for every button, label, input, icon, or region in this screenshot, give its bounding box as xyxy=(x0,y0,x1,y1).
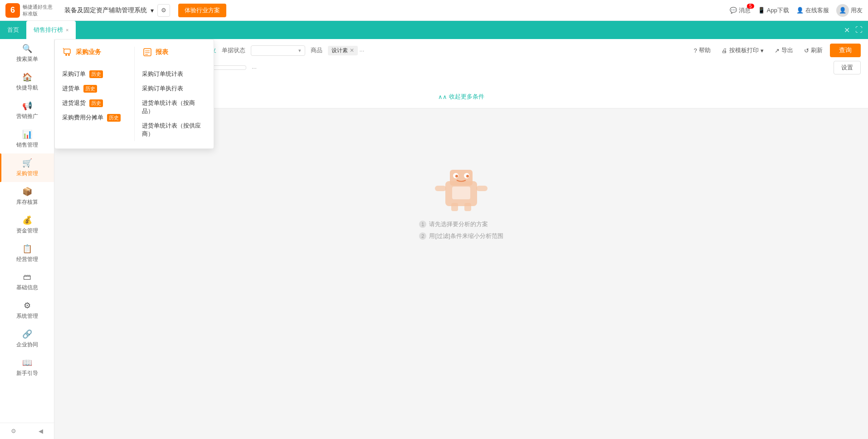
history-badge-0: 历史 xyxy=(89,70,103,78)
sidebar-item-marketing[interactable]: 📢 营销推广 xyxy=(0,96,54,125)
phone-icon: 📱 xyxy=(758,7,765,14)
refresh-icon: ↺ xyxy=(804,47,809,54)
print-dropdown-icon: ▾ xyxy=(761,47,764,54)
svg-rect-10 xyxy=(452,187,470,199)
operation-icon: 📋 xyxy=(22,244,32,254)
settings-btn[interactable]: ⚙ xyxy=(157,4,170,17)
sidebar-item-quick[interactable]: 🏠 快捷导航 xyxy=(0,68,54,96)
sidebar-item-finance[interactable]: 💰 资金管理 xyxy=(0,211,54,239)
history-badge-1: 历史 xyxy=(83,85,97,93)
logo-icon: 6 xyxy=(5,3,20,18)
menu-item-incoming-stats-supplier[interactable]: 进货单统计表（按供应商） xyxy=(142,118,207,141)
online-service-btn[interactable]: 👤 在线客服 xyxy=(796,6,829,15)
tab-bar-actions: ✕ ⛶ xyxy=(844,26,868,35)
system-icon: ⚙ xyxy=(24,301,31,311)
title-dropdown-arrow[interactable]: ▾ xyxy=(151,7,154,14)
print-btn[interactable]: 🖨 按模板打印 ▾ xyxy=(718,44,767,56)
sidebar-collapse-icon[interactable]: ◀ xyxy=(39,428,43,434)
help-btn[interactable]: ? 帮助 xyxy=(690,44,714,56)
refresh-btn[interactable]: ↺ 刷新 xyxy=(800,44,826,56)
user-btn[interactable]: 👤 用友 xyxy=(836,4,863,17)
status-label: 单据状态 xyxy=(222,46,245,54)
export-icon: ↗ xyxy=(775,47,780,54)
msg-btn[interactable]: 💬 消息 5 xyxy=(730,6,751,15)
svg-point-4 xyxy=(455,175,458,178)
inventory-icon: 📦 xyxy=(22,187,32,197)
salesman-more[interactable]: ··· xyxy=(252,64,257,71)
industry-btn[interactable]: 体验行业方案 xyxy=(178,4,226,17)
history-badge-3: 历史 xyxy=(107,114,121,122)
menu-item-order-stats[interactable]: 采购订单统计表 xyxy=(142,67,207,81)
tab-close-btn[interactable]: ✕ xyxy=(844,26,850,35)
goods-tag: 设计素 ✕ xyxy=(328,46,358,55)
sidebar-item-search[interactable]: 🔍 搜索菜单 xyxy=(0,39,54,68)
logo-area: 6 畅捷通好生意 标准版 xyxy=(5,3,60,18)
dropdown-col-report: 报表 采购订单统计表 采购订单执行表 进货单统计表（按商品） 进货单统计表（按供… xyxy=(134,47,214,141)
sidebar-item-newbie[interactable]: 📖 新手引导 xyxy=(0,353,54,382)
sidebar-item-basic[interactable]: 🗃 基础信息 xyxy=(0,268,54,296)
logo-text: 畅捷通好生意 标准版 xyxy=(23,4,53,17)
svg-rect-6 xyxy=(435,186,446,191)
sidebar-bottom: ⚙ ◀ xyxy=(0,423,54,439)
export-btn[interactable]: ↗ 导出 xyxy=(771,44,797,56)
tab-bar: 首页 销售排行榜 × ✕ ⛶ xyxy=(0,21,868,39)
empty-illustration xyxy=(429,163,493,213)
query-btn[interactable]: 查询 xyxy=(830,44,861,57)
basic-icon: 🗃 xyxy=(23,272,31,282)
tab-close-icon[interactable]: × xyxy=(66,27,68,33)
empty-svg xyxy=(429,163,493,213)
newbie-icon: 📖 xyxy=(22,358,32,368)
home-icon: 🏠 xyxy=(22,72,32,82)
menu-item-incoming-stats-goods[interactable]: 进货单统计表（按商品） xyxy=(142,96,207,118)
svg-point-13 xyxy=(68,54,70,56)
menu-item-purchase-order[interactable]: 采购订单 历史 xyxy=(62,67,127,81)
toolbar-right: ? 帮助 🖨 按模板打印 ▾ ↗ 导出 ↺ 刷新 xyxy=(690,44,861,57)
header-right: 💬 消息 5 📱 App下载 👤 在线客服 👤 用友 xyxy=(730,4,863,17)
step1-num: 1 xyxy=(419,221,426,228)
tab-expand-btn[interactable]: ⛶ xyxy=(855,26,863,34)
sidebar-item-sales[interactable]: 📊 销售管理 xyxy=(0,125,54,153)
menu-item-return[interactable]: 进货退货 历史 xyxy=(62,96,127,110)
menu-item-order-exec[interactable]: 采购订单执行表 xyxy=(142,81,207,96)
marketing-icon: 📢 xyxy=(22,101,32,111)
col2-header-text: 报表 xyxy=(156,48,168,56)
content-area: 制单日期 2024-01-01 ~ 2024-12-31 近7天 更多 自定义 … xyxy=(54,39,868,439)
sidebar-item-purchase[interactable]: 🛒 采购管理 xyxy=(0,153,54,182)
menu-item-incoming[interactable]: 进货单 历史 xyxy=(62,81,127,96)
dropdown-col1-header: 采购业务 xyxy=(62,47,127,61)
dropdown-col2-header: 报表 xyxy=(142,47,207,61)
set-btn-container: 设置 xyxy=(834,61,861,74)
sidebar-item-inventory[interactable]: 📦 库存核算 xyxy=(0,182,54,211)
sidebar: 🔍 搜索菜单 🏠 快捷导航 📢 营销推广 📊 销售管理 🛒 采购管理 📦 库存核… xyxy=(0,39,54,439)
avatar: 👤 xyxy=(836,4,849,17)
sidebar-item-operation[interactable]: 📋 经营管理 xyxy=(0,239,54,268)
msg-badge: 5 xyxy=(747,4,754,9)
goods-more[interactable]: ··· xyxy=(360,47,365,54)
svg-rect-11 xyxy=(64,49,70,54)
purchase-col-icon xyxy=(62,47,73,58)
status-dropdown-icon: ▾ xyxy=(298,48,301,54)
goods-tag-close[interactable]: ✕ xyxy=(350,47,354,54)
status-select[interactable]: ▾ xyxy=(251,45,305,56)
svg-point-5 xyxy=(466,175,469,178)
dropdown-col-purchase: 采购业务 采购订单 历史 进货单 历史 进货退货 历史 采购费用分摊单 历史 xyxy=(55,47,134,141)
msg-icon: 💬 xyxy=(730,7,737,14)
finance-icon: 💰 xyxy=(22,215,32,225)
sidebar-settings-icon[interactable]: ⚙ xyxy=(11,428,16,434)
step2-num: 2 xyxy=(419,232,426,240)
svg-rect-1 xyxy=(450,170,473,186)
svg-point-12 xyxy=(65,54,67,56)
tab-home[interactable]: 首页 xyxy=(0,21,26,39)
set-btn[interactable]: 设置 xyxy=(834,61,861,74)
help-icon: ? xyxy=(694,47,697,54)
app-download-btn[interactable]: 📱 App下载 xyxy=(758,6,789,15)
menu-item-expense[interactable]: 采购费用分摊单 历史 xyxy=(62,110,127,125)
svg-rect-8 xyxy=(451,203,458,211)
sidebar-item-system[interactable]: ⚙ 系统管理 xyxy=(0,296,54,325)
tab-sales-ranking[interactable]: 销售排行榜 × xyxy=(26,21,76,39)
svg-rect-7 xyxy=(476,186,488,191)
enterprise-icon: 🔗 xyxy=(22,329,32,339)
sidebar-item-enterprise[interactable]: 🔗 企业协同 xyxy=(0,325,54,353)
service-icon: 👤 xyxy=(796,7,804,14)
collapse-up-icon: ∧∧ xyxy=(438,94,447,100)
